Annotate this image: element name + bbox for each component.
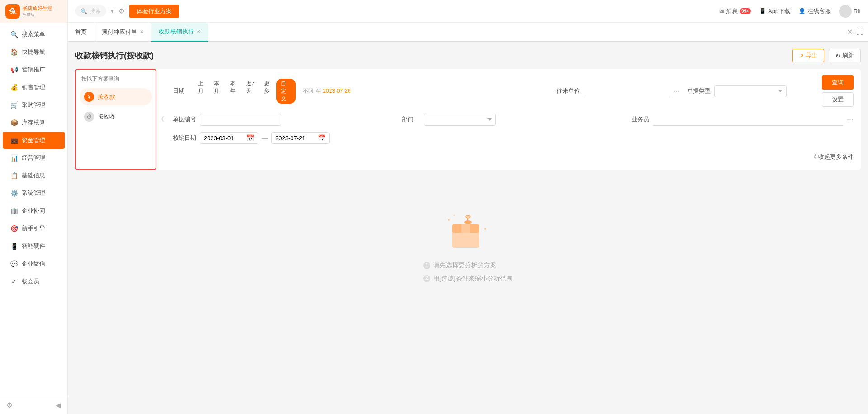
refresh-btn[interactable]: ↻ 刷新 (829, 49, 861, 62)
filter-row-1: 日期 上月 本月 本年 近7天 更多 自定义 不限 至 20 (173, 75, 854, 107)
date-tab-last-month[interactable]: 上月 (194, 79, 208, 104)
tab-prepay-close[interactable]: ✕ (140, 29, 144, 35)
date-tabs: 上月 本月 本年 近7天 更多 自定义 (194, 79, 296, 104)
app-download-item[interactable]: 📱 App下载 (759, 7, 790, 15)
expand-tab-icon[interactable]: ⛶ (856, 28, 863, 36)
sidebar-item-label: 营销推广 (22, 66, 45, 74)
hardware-icon: 📱 (10, 242, 18, 250)
sidebar-item-hardware[interactable]: 📱 智能硬件 (3, 238, 65, 255)
sidebar-item-enterprise[interactable]: 🏢 企业协同 (3, 202, 65, 219)
date-tab-this-year[interactable]: 本年 (226, 79, 241, 104)
service-item[interactable]: 👤 在线客服 (798, 7, 831, 15)
sidebar-item-sales[interactable]: 💰 销售管理 (3, 79, 65, 96)
system-icon: ⚙️ (10, 189, 18, 197)
filter-unit-field: 往来单位 ··· (557, 85, 679, 97)
page-title: 收款核销执行(按收款) (75, 50, 154, 61)
filter-row-2: 单据编号 部门 业务员 ··· (173, 113, 854, 126)
sidebar-item-finance[interactable]: 💼 资金管理 (3, 132, 65, 149)
sidebar-item-business[interactable]: 📊 经营管理 (3, 149, 65, 167)
sidebar-item-search[interactable]: 🔍 搜索菜单 (3, 26, 65, 43)
tabbar: 首页 预付冲应付单 ✕ 收款核销执行 ✕ ✕ ⛶ (68, 23, 868, 42)
filter-staff-field: 业务员 ··· (632, 113, 854, 126)
user-name-item[interactable]: Rit (839, 5, 861, 18)
collapse-sidebar-icon[interactable]: ◀ (56, 401, 61, 409)
sidebar-item-basic[interactable]: 📋 基础信息 (3, 167, 65, 184)
staff-label: 业务员 (632, 115, 650, 124)
setting-btn[interactable]: 设置 (822, 92, 854, 107)
sidebar-item-guide[interactable]: 🎯 新手引导 (3, 220, 65, 237)
date-label: 日期 (173, 87, 191, 95)
message-badge: 99+ (740, 8, 751, 14)
svg-point-5 (466, 215, 470, 218)
cal-to-icon[interactable]: 📅 (318, 134, 326, 142)
topbar-search-box[interactable]: 🔍 搜索 (75, 5, 106, 17)
query-btn[interactable]: 查询 (822, 75, 854, 90)
unit-dots-icon[interactable]: ··· (673, 86, 680, 96)
date-tab-this-month[interactable]: 本月 (210, 79, 224, 104)
empty-svg (445, 211, 491, 252)
sidebar-item-label: 销售管理 (22, 83, 45, 91)
sidebar-item-system[interactable]: ⚙️ 系统管理 (3, 185, 65, 202)
step1-num: 1 (423, 262, 430, 269)
svg-point-8 (454, 215, 455, 216)
collapse-icon: 《 (811, 153, 816, 161)
search-icon: 🔍 (10, 30, 18, 38)
collapse-more-btn[interactable]: 《 收起更多条件 (811, 153, 854, 161)
query-option-by-receipt[interactable]: ¥ 按收款 (80, 88, 152, 105)
sidebar-item-label: 新手引导 (22, 224, 45, 233)
doctype-label: 单据类型 (687, 87, 711, 95)
enterprise-icon: 🏢 (10, 207, 18, 215)
step2-text: 用[过滤]条件来缩小分析范围 (433, 275, 513, 283)
topbar-search-text: 搜索 (90, 7, 101, 15)
export-btn[interactable]: ↗ 导出 (792, 49, 824, 62)
writeoff-date-to-input[interactable] (275, 135, 316, 142)
settings-icon[interactable]: ⚙ (6, 401, 13, 409)
date-from-value: 2023-07-26 (323, 88, 350, 94)
sidebar-item-quicknav[interactable]: 🏠 快捷导航 (3, 43, 65, 61)
sidebar-item-label: 采购管理 (22, 101, 45, 109)
sidebar-item-wechat[interactable]: 💬 企业微信 (3, 255, 65, 272)
user-name: Rit (854, 8, 861, 14)
page-actions: ↗ 导出 ↻ 刷新 (792, 49, 861, 62)
topbar-chevron-icon[interactable]: ▾ (111, 8, 114, 14)
close-tab-icon[interactable]: ✕ (847, 28, 853, 36)
doctype-select[interactable] (714, 85, 787, 97)
avatar (839, 5, 852, 18)
writeoff-date-from-input[interactable] (204, 135, 245, 142)
date-tab-custom[interactable]: 自定义 (276, 79, 296, 104)
cal-from-icon[interactable]: 📅 (246, 134, 254, 142)
message-icon: ✉ (719, 8, 724, 14)
tab-prepay[interactable]: 预付冲应付单 ✕ (94, 23, 151, 42)
topbar: 🔍 搜索 ▾ ⚙ 体验行业方案 ✉ 消息 99+ 📱 App下载 👤 在线客服 (68, 0, 868, 23)
tab-writeoff-label: 收款核销执行 (159, 28, 194, 36)
tab-home[interactable]: 首页 (68, 23, 94, 42)
industry-btn[interactable]: 体验行业方案 (129, 5, 179, 18)
svg-point-3 (464, 220, 472, 224)
sidebar-item-label: 畅会员 (22, 277, 39, 286)
date-tab-more[interactable]: 更多 (260, 79, 274, 104)
filter-dept-field: 部门 (402, 114, 624, 126)
inventory-icon: 📦 (10, 119, 18, 127)
topbar-search-icon: 🔍 (80, 8, 87, 14)
tab-writeoff[interactable]: 收款核销执行 ✕ (151, 23, 208, 42)
empty-state: 1 请先选择要分析的方案 2 用[过滤]条件来缩小分析范围 (75, 170, 861, 324)
sidebar-item-purchase[interactable]: 🛒 采购管理 (3, 96, 65, 114)
sidebar-item-inventory[interactable]: 📦 库存核算 (3, 114, 65, 131)
sidebar-item-member[interactable]: ✓ 畅会员 (3, 273, 65, 290)
topbar-left: 🔍 搜索 ▾ ⚙ 体验行业方案 (75, 5, 179, 18)
docno-input[interactable] (200, 114, 281, 126)
sidebar-item-label: 资金管理 (22, 136, 45, 144)
tab-home-label: 首页 (75, 28, 87, 36)
tab-writeoff-close[interactable]: ✕ (197, 29, 201, 34)
dept-select[interactable] (424, 114, 496, 126)
query-option-by-receivable[interactable]: ⏱ 按应收 (80, 108, 152, 125)
sidebar-item-marketing[interactable]: 📢 营销推广 (3, 61, 65, 78)
query-panel-title: 按以下方案查询 (80, 75, 152, 83)
collapse-panel-btn[interactable]: 《 (156, 69, 165, 170)
message-item[interactable]: ✉ 消息 99+ (719, 7, 751, 15)
svg-point-6 (448, 219, 450, 221)
collapse-more-row: 《 收起更多条件 (173, 150, 854, 164)
topbar-gear-icon[interactable]: ⚙ (118, 7, 125, 15)
staff-dots-icon[interactable]: ··· (847, 115, 854, 124)
date-tab-7days[interactable]: 近7天 (242, 79, 259, 104)
